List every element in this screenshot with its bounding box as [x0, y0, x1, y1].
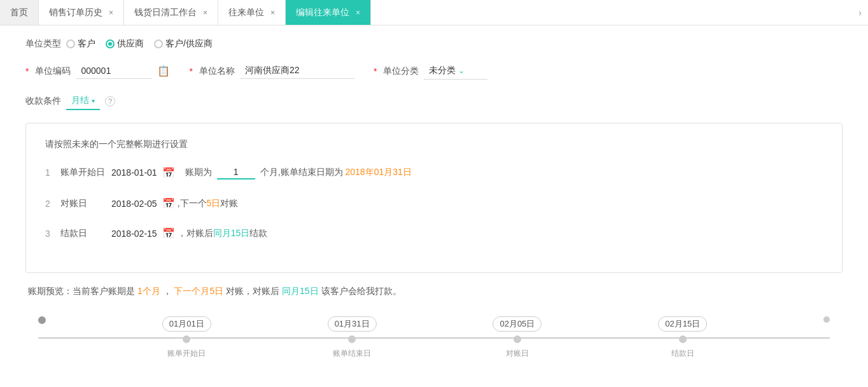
unit-category-arrow: ⌄: [458, 66, 465, 75]
setting-index-2: 2: [45, 199, 60, 209]
calendar-icon-1[interactable]: 📅: [162, 167, 175, 179]
setting-highlight-3: 同月15日: [213, 228, 250, 239]
setting-row-3: 3 结款日 2018-02-15 📅 ，对账后 同月15日 结款: [45, 227, 823, 239]
timeline-dot-3: [514, 335, 521, 343]
setting-highlight-2: 5日: [207, 198, 221, 209]
timeline-point-4: 02月15日 结款日: [658, 316, 707, 359]
tab-home[interactable]: 首页: [0, 0, 39, 25]
timeline-point-end-dot: [823, 316, 830, 359]
tab-cash-label: 钱货日清工作台: [134, 7, 197, 18]
preview-text3: 对账，对账后: [226, 286, 279, 296]
unit-type-group: 单位类型 客户 供应商 客户/供应商: [25, 38, 213, 50]
preview-part2: 下一个月5日: [174, 286, 223, 296]
timeline-sublabel-3: 对账日: [506, 348, 529, 359]
unit-name-group: * 单位名称: [189, 63, 354, 79]
calendar-icon-3[interactable]: 📅: [162, 227, 175, 239]
setting-prefix-3: ，对账后: [178, 228, 213, 239]
tab-cash-close[interactable]: ×: [203, 8, 207, 17]
timeline-badge-4: 02月15日: [658, 316, 707, 332]
unit-code-required: *: [25, 66, 29, 76]
setting-suffix-1: 个月,账单结束日期为: [260, 167, 343, 178]
payment-row: 收款条件 月结 ▾ ?: [25, 92, 843, 110]
timeline-badge-3: 02月05日: [493, 316, 542, 332]
timeline-points: 01月01日 账单开始日 01月31日 账单结束日 02月05日 对账日 02月…: [38, 316, 830, 359]
section-title: 请按照未来的一个完整帐期进行设置: [45, 139, 823, 150]
timeline-dot-2: [348, 335, 356, 343]
setting-label-2: 对账日: [60, 198, 111, 209]
tab-partner-close[interactable]: ×: [270, 8, 275, 17]
radio-supplier-circle: [106, 39, 115, 48]
calendar-icon-2[interactable]: 📅: [162, 197, 175, 209]
radio-both[interactable]: 客户/供应商: [154, 38, 213, 50]
timeline-badge-1: 01月01日: [162, 316, 211, 332]
unit-details-row: * 单位编码 📋 * 单位名称 * 单位分类 未分类 ⌄: [25, 62, 843, 80]
tab-edit-partner-label: 编辑往来单位: [296, 7, 349, 18]
month-input[interactable]: [217, 165, 255, 179]
radio-supplier-label: 供应商: [117, 38, 144, 50]
unit-category-group: * 单位分类 未分类 ⌄: [374, 62, 487, 80]
tab-sales-order[interactable]: 销售订单历史 ×: [39, 0, 124, 25]
setting-index-3: 3: [45, 229, 60, 239]
preview-text2: ，: [163, 286, 172, 296]
timeline-point-3: 02月05日 对账日: [493, 316, 542, 359]
preview-label: 账期预览：当前客户账期是: [28, 286, 135, 296]
unit-type-label: 单位类型: [25, 38, 61, 50]
unit-name-label: 单位名称: [199, 66, 235, 77]
unit-code-input[interactable]: [76, 63, 152, 79]
setting-suffix-2: 对账: [220, 198, 238, 209]
preview-section: 账期预览：当前客户账期是 1个月 ， 下一个月5日 对账，对账后 同月15日 该…: [25, 286, 843, 365]
unit-category-value: 未分类: [429, 65, 456, 76]
radio-supplier[interactable]: 供应商: [106, 38, 144, 50]
radio-group: 客户 供应商 客户/供应商: [66, 38, 213, 50]
timeline-start-circle: [38, 316, 46, 324]
tab-partner-label: 往来单位: [228, 7, 264, 18]
copy-icon[interactable]: 📋: [157, 65, 170, 77]
preview-text4: 该客户会给我打款。: [321, 286, 402, 296]
tab-expand-button[interactable]: ›: [852, 0, 868, 25]
unit-name-required: *: [189, 66, 192, 76]
unit-name-input[interactable]: [240, 63, 354, 79]
setting-index-1: 1: [45, 167, 60, 178]
setting-mid-1: 账期为: [185, 167, 212, 178]
main-content: 单位类型 客户 供应商 客户/供应商 * 单位编码: [0, 25, 868, 387]
setting-row-2: 2 对账日 2018-02-05 📅 ,下一个 5日 对账: [45, 197, 823, 209]
payment-arrow: ▾: [92, 97, 95, 104]
tab-cash-work[interactable]: 钱货日清工作台 ×: [124, 0, 218, 25]
preview-text: 账期预览：当前客户账期是 1个月 ， 下一个月5日 对账，对账后 同月15日 该…: [25, 286, 843, 297]
unit-category-label: 单位分类: [383, 66, 419, 77]
radio-both-circle: [154, 39, 163, 48]
payment-select[interactable]: 月结 ▾: [66, 92, 100, 110]
preview-part1: 1个月: [137, 286, 160, 296]
help-icon[interactable]: ?: [105, 96, 115, 106]
unit-type-row: 单位类型 客户 供应商 客户/供应商: [25, 38, 843, 50]
radio-customer-circle: [66, 39, 75, 48]
timeline-badge-2: 01月31日: [328, 316, 377, 332]
timeline-sublabel-2: 账单结束日: [333, 348, 371, 359]
payment-value: 月结: [71, 95, 89, 106]
unit-code-label: 单位编码: [35, 66, 71, 77]
setting-row-1: 1 账单开始日 2018-01-01 📅 账期为 个月,账单结束日期为 2018…: [45, 165, 823, 179]
timeline: 01月01日 账单开始日 01月31日 账单结束日 02月05日 对账日 02月…: [25, 310, 843, 365]
payment-group: 收款条件 月结 ▾ ?: [25, 92, 115, 110]
timeline-sublabel-1: 账单开始日: [167, 348, 206, 359]
timeline-point-start-dot: [38, 316, 46, 359]
setting-date-3: 2018-02-15: [111, 229, 157, 239]
unit-category-select[interactable]: 未分类 ⌄: [424, 62, 487, 80]
tab-edit-partner[interactable]: 编辑往来单位 ×: [286, 0, 371, 25]
radio-customer[interactable]: 客户: [66, 38, 95, 50]
tab-partner[interactable]: 往来单位 ×: [218, 0, 286, 25]
payment-label: 收款条件: [25, 95, 61, 107]
radio-both-label: 客户/供应商: [165, 38, 213, 50]
setting-prefix-2: ,下一个: [178, 198, 207, 209]
unit-code-group: * 单位编码 📋: [25, 63, 170, 79]
radio-customer-label: 客户: [78, 38, 95, 50]
setting-date-1: 2018-01-01: [111, 167, 157, 178]
tab-home-label: 首页: [10, 7, 28, 18]
tab-sales-label: 销售订单历史: [49, 7, 102, 18]
tab-edit-partner-close[interactable]: ×: [356, 8, 360, 17]
tab-bar: 首页 销售订单历史 × 钱货日清工作台 × 往来单位 × 编辑往来单位 × ›: [0, 0, 868, 25]
tab-sales-close[interactable]: ×: [109, 8, 113, 17]
setting-suffix-3: 结款: [249, 228, 267, 239]
setting-date-2: 2018-02-05: [111, 199, 157, 209]
timeline-sublabel-4: 结款日: [671, 348, 694, 359]
